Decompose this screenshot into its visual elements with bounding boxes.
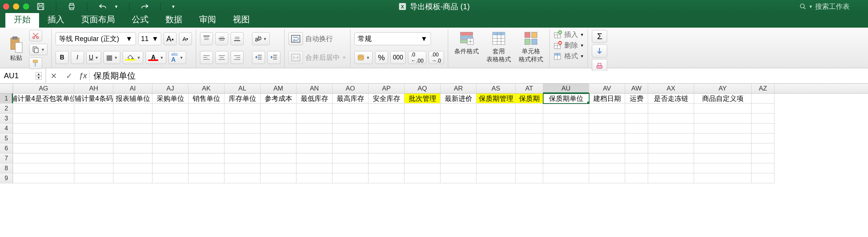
cell-AQ4[interactable] — [405, 123, 441, 133]
redo-icon[interactable] — [140, 2, 149, 11]
cell-AY4[interactable] — [694, 123, 752, 133]
cell-AH3[interactable] — [74, 114, 113, 123]
cell-AP7[interactable] — [368, 153, 405, 163]
cell-AO3[interactable] — [332, 114, 368, 123]
font-size-select[interactable]: 11▼ — [138, 32, 161, 45]
tab-page-layout[interactable]: 页面布局 — [73, 11, 123, 28]
delete-cells-button[interactable]: 删除▼ — [554, 41, 584, 50]
column-header-AZ[interactable]: AZ — [752, 84, 775, 93]
cell-AZ2[interactable] — [752, 104, 775, 114]
cell-AJ6[interactable] — [152, 143, 188, 153]
cell-AM3[interactable] — [260, 114, 296, 123]
cell-AI6[interactable] — [113, 143, 152, 153]
column-header-AV[interactable]: AV — [589, 84, 625, 93]
cell-AT7[interactable] — [516, 153, 543, 163]
cell-AN5[interactable] — [296, 133, 332, 143]
format-cells-button[interactable]: 格式▼ — [554, 51, 584, 61]
cell-AH9[interactable] — [74, 173, 113, 183]
cell-AI8[interactable] — [113, 163, 152, 173]
cell-AR5[interactable] — [441, 133, 477, 143]
cell-AU7[interactable] — [543, 153, 589, 163]
align-middle-button[interactable] — [215, 32, 228, 45]
cell-AX7[interactable] — [648, 153, 694, 163]
minimize-window-icon[interactable] — [13, 3, 19, 10]
cell-AV9[interactable] — [589, 173, 625, 183]
cell-AX2[interactable] — [648, 104, 694, 114]
cell-AK1[interactable]: 销售单位 — [188, 94, 224, 104]
cell-AL2[interactable] — [224, 104, 260, 114]
cell-AX4[interactable] — [648, 123, 694, 133]
format-painter-button[interactable] — [29, 58, 42, 69]
cell-AM1[interactable]: 参考成本 — [260, 94, 296, 104]
print-icon[interactable] — [67, 2, 76, 11]
tab-formulas[interactable]: 公式 — [123, 11, 157, 28]
decrease-decimal-button[interactable]: .00→.0 — [429, 51, 444, 64]
tab-insert[interactable]: 插入 — [39, 11, 73, 28]
cell-AR6[interactable] — [441, 143, 477, 153]
cell-AQ2[interactable] — [405, 104, 441, 114]
cell-AJ8[interactable] — [152, 163, 188, 173]
cell-AK5[interactable] — [188, 133, 224, 143]
cell-AT4[interactable] — [516, 123, 543, 133]
increase-indent-button[interactable] — [267, 51, 280, 64]
cell-AS4[interactable] — [477, 123, 516, 133]
cancel-formula-button[interactable]: ✕ — [46, 71, 61, 81]
column-header-AW[interactable]: AW — [625, 84, 648, 93]
cell-AI3[interactable] — [113, 114, 152, 123]
cell-AM9[interactable] — [260, 173, 296, 183]
cell-AX3[interactable] — [648, 114, 694, 123]
accept-formula-button[interactable]: ✓ — [61, 71, 77, 81]
cell-AT3[interactable] — [516, 114, 543, 123]
row-header-3[interactable]: 3 — [0, 114, 13, 123]
cell-AW9[interactable] — [625, 173, 648, 183]
cell-AJ9[interactable] — [152, 173, 188, 183]
cell-AU9[interactable] — [543, 173, 589, 183]
column-header-AJ[interactable]: AJ — [152, 84, 188, 93]
merge-center-button[interactable] — [288, 51, 303, 64]
copy-button[interactable]: ▼ — [29, 44, 47, 55]
cell-AN9[interactable] — [296, 173, 332, 183]
qat-customize-icon[interactable]: ▼ — [171, 4, 175, 9]
cell-AT6[interactable] — [516, 143, 543, 153]
cell-AH1[interactable]: 辅计量4条码 — [74, 94, 113, 104]
decrease-font-button[interactable]: A▾ — [179, 32, 192, 45]
formula-input[interactable] — [90, 71, 868, 81]
cell-AK7[interactable] — [188, 153, 224, 163]
column-header-AK[interactable]: AK — [188, 84, 224, 93]
cell-AU3[interactable] — [543, 114, 589, 123]
borders-button[interactable]: ▦▼ — [103, 51, 120, 64]
cell-AV6[interactable] — [589, 143, 625, 153]
italic-button[interactable]: I — [71, 51, 84, 64]
cell-AP4[interactable] — [368, 123, 405, 133]
cell-AW7[interactable] — [625, 153, 648, 163]
cell-AH5[interactable] — [74, 133, 113, 143]
cell-AU2[interactable] — [543, 104, 589, 114]
cell-AU1[interactable]: 保质期单位 — [543, 94, 589, 104]
cell-AO5[interactable] — [332, 133, 368, 143]
row-header-5[interactable]: 5 — [0, 133, 13, 143]
cell-AI5[interactable] — [113, 133, 152, 143]
cell-AS5[interactable] — [477, 133, 516, 143]
column-header-AO[interactable]: AO — [332, 84, 368, 93]
format-as-table-button[interactable]: 套用 表格格式 — [484, 30, 513, 64]
cell-AH8[interactable] — [74, 163, 113, 173]
cell-AR4[interactable] — [441, 123, 477, 133]
cell-AN3[interactable] — [296, 114, 332, 123]
align-center-button[interactable] — [215, 51, 228, 64]
increase-font-button[interactable]: A▴ — [164, 32, 177, 45]
cell-AW1[interactable]: 运费 — [625, 94, 648, 104]
cell-AO7[interactable] — [332, 153, 368, 163]
column-header-AH[interactable]: AH — [74, 84, 113, 93]
phonetic-button[interactable]: abcA▼ — [169, 51, 186, 64]
cell-AP5[interactable] — [368, 133, 405, 143]
cell-AX9[interactable] — [648, 173, 694, 183]
cell-AL9[interactable] — [224, 173, 260, 183]
cell-AJ2[interactable] — [152, 104, 188, 114]
name-box[interactable]: AU1 ▲▼ — [0, 68, 46, 84]
cell-AN6[interactable] — [296, 143, 332, 153]
align-bottom-button[interactable] — [231, 32, 244, 45]
bold-button[interactable]: B — [56, 51, 69, 64]
cell-AT8[interactable] — [516, 163, 543, 173]
maximize-window-icon[interactable] — [23, 3, 29, 10]
cell-AM7[interactable] — [260, 153, 296, 163]
